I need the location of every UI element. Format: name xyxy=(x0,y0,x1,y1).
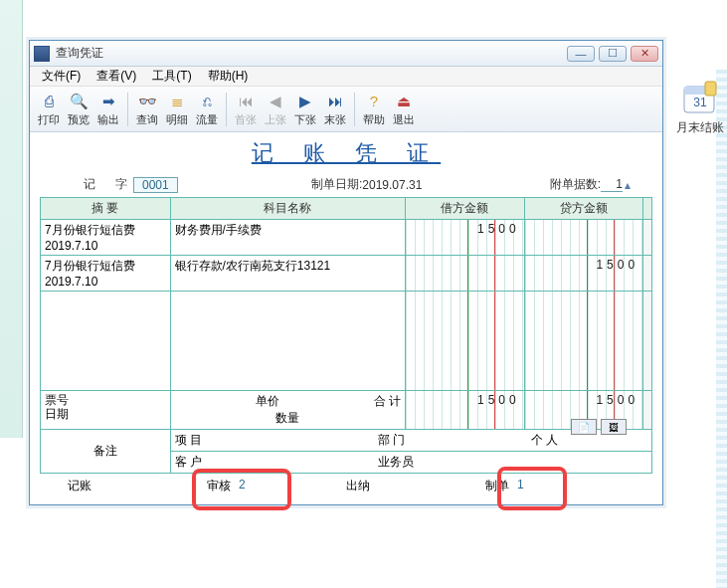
cell-subject-2: 银行存款/农行南苑支行13121 xyxy=(170,256,406,292)
voucher-info-row: 记 字 0001 制单日期: 2019.07.31 附单据数: 1 ▴ xyxy=(38,174,654,197)
flow-icon: ⎌ xyxy=(197,92,217,111)
cell-debit-1: 1500 xyxy=(477,222,520,236)
tb-print[interactable]: ⎙打印 xyxy=(34,90,64,129)
list-icon: ≣ xyxy=(167,92,187,111)
col-subject: 科目名称 xyxy=(170,198,406,220)
footer-qty: 数量 xyxy=(275,411,299,425)
voucher-footer-row: 票号 日期 单价 合 计 数量 1500 1500 xyxy=(41,391,652,430)
remark-dept: 部 门 xyxy=(378,433,405,447)
menu-file[interactable]: 文件(F) xyxy=(34,66,89,87)
cell-summary-2: 7月份银行短信费 xyxy=(45,258,166,275)
cell-summary-1: 7月份银行短信费 xyxy=(45,222,166,239)
voucher-seq[interactable]: 0001 xyxy=(133,177,178,193)
sig-maker-val: 1 xyxy=(517,478,524,494)
printer-icon: ⎙ xyxy=(39,92,59,111)
total-label: 合 计 xyxy=(361,393,401,410)
sig-audit-val: 2 xyxy=(239,478,246,494)
tb-next[interactable]: ▶下张 xyxy=(290,90,320,129)
footer-ticket: 票号 xyxy=(45,393,166,407)
parent-app-sidebar xyxy=(0,0,23,438)
attach-img-icon[interactable]: 🖼 xyxy=(601,419,627,435)
footer-price: 单价 xyxy=(256,393,279,410)
parent-app-right-strip xyxy=(716,70,727,588)
sig-audit: 审核 xyxy=(207,478,231,494)
sig-book: 记账 xyxy=(68,478,91,494)
total-credit: 1500 xyxy=(596,393,638,407)
table-row[interactable]: 7月份银行短信费2019.7.10 财务费用/手续费 1500 xyxy=(41,220,652,256)
voucher-query-window: 查询凭证 — ☐ ✕ 文件(F) 查看(V) 工具(T) 帮助(H) ⎙打印 🔍… xyxy=(29,40,663,505)
remark-label: 备注 xyxy=(93,444,117,458)
svg-text:31: 31 xyxy=(693,96,707,109)
help-icon: ? xyxy=(364,92,384,111)
word-label: 记 xyxy=(84,176,95,193)
tb-preview[interactable]: 🔍预览 xyxy=(64,90,93,129)
cell-summary-1b: 2019.7.10 xyxy=(45,239,166,253)
cell-credit-2: 1500 xyxy=(596,258,638,272)
remark-sales: 业务员 xyxy=(378,455,414,469)
document-title: 记 账 凭 证 xyxy=(38,138,654,168)
voucher-content: 记 账 凭 证 记 字 0001 制单日期: 2019.07.31 附单据数: … xyxy=(30,132,662,504)
date-label: 制单日期: xyxy=(311,176,362,193)
attach-label: 附单据数: xyxy=(550,176,601,193)
window-title: 查询凭证 xyxy=(56,45,567,62)
binoculars-icon: 👓 xyxy=(137,92,157,111)
desktop-shortcut-label: 月末结账 xyxy=(676,119,724,136)
total-debit: 1500 xyxy=(477,393,520,407)
app-icon xyxy=(34,46,50,62)
preview-icon: 🔍 xyxy=(69,92,89,111)
voucher-date: 2019.07.31 xyxy=(362,178,422,192)
menu-view[interactable]: 查看(V) xyxy=(89,66,144,87)
attachment-icons: 📄 🖼 xyxy=(571,419,627,435)
maximize-button[interactable]: ☐ xyxy=(599,46,627,62)
tb-exit[interactable]: ⏏退出 xyxy=(389,90,419,129)
tb-detail[interactable]: ≣明细 xyxy=(162,90,192,129)
tb-last[interactable]: ⏭末张 xyxy=(320,90,350,129)
toolbar: ⎙打印 🔍预览 ➡输出 👓查询 ≣明细 ⎌流量 ⏮首张 ◀上张 ▶下张 ⏭末张 … xyxy=(30,87,662,132)
tb-flow[interactable]: ⎌流量 xyxy=(192,90,222,129)
first-icon: ⏮ xyxy=(236,92,256,111)
col-debit: 借方金额 xyxy=(406,198,524,220)
col-credit: 贷方金额 xyxy=(524,198,642,220)
prev-icon: ◀ xyxy=(266,92,285,111)
next-icon: ▶ xyxy=(295,92,315,111)
cell-summary-2b: 2019.7.10 xyxy=(45,275,166,289)
exit-icon: ⏏ xyxy=(394,92,414,111)
col-summary: 摘 要 xyxy=(41,198,171,220)
attach-count[interactable]: 1 xyxy=(601,177,623,192)
remark-person: 个 人 xyxy=(531,433,558,447)
cell-subject-1: 财务费用/手续费 xyxy=(170,220,406,256)
voucher-remark-row: 备注 项 目 部 门 个 人 xyxy=(41,430,652,452)
desktop-shortcut-month-end[interactable]: 31 月末结账 xyxy=(676,80,724,136)
table-row[interactable]: 7月份银行短信费2019.7.10 银行存款/农行南苑支行13121 1500 xyxy=(41,256,652,292)
svg-rect-3 xyxy=(705,82,716,96)
remark-customer: 客 户 xyxy=(175,455,202,469)
remark-project: 项 目 xyxy=(175,433,202,447)
footer-date: 日期 xyxy=(45,407,166,421)
menu-tool[interactable]: 工具(T) xyxy=(144,66,199,87)
attach-doc-icon[interactable]: 📄 xyxy=(571,419,597,435)
last-icon: ⏭ xyxy=(325,92,345,111)
signature-bar: 记账 审核2 出纳 制单1 xyxy=(38,474,654,498)
spinner-icon[interactable]: ▴ xyxy=(625,178,631,192)
menubar: 文件(F) 查看(V) 工具(T) 帮助(H) xyxy=(30,67,662,87)
word-label-2: 字 xyxy=(115,176,127,193)
sig-maker: 制单 xyxy=(485,478,509,494)
voucher-grid: 摘 要 科目名称 借方金额 贷方金额 7月份银行短信费2019.7.10 财务费… xyxy=(40,197,652,474)
tb-prev[interactable]: ◀上张 xyxy=(261,90,290,129)
tb-help[interactable]: ?帮助 xyxy=(359,90,389,129)
menu-help[interactable]: 帮助(H) xyxy=(200,66,257,87)
table-row-empty[interactable] xyxy=(41,292,652,391)
sig-cashier: 出纳 xyxy=(346,478,370,494)
close-button[interactable]: ✕ xyxy=(631,46,658,62)
titlebar[interactable]: 查询凭证 — ☐ ✕ xyxy=(30,41,662,67)
export-icon: ➡ xyxy=(98,92,118,111)
tb-first[interactable]: ⏮首张 xyxy=(231,90,261,129)
calendar-icon: 31 xyxy=(681,80,719,117)
tb-output[interactable]: ➡输出 xyxy=(93,90,123,129)
minimize-button[interactable]: — xyxy=(567,46,595,62)
tb-query[interactable]: 👓查询 xyxy=(132,90,162,129)
